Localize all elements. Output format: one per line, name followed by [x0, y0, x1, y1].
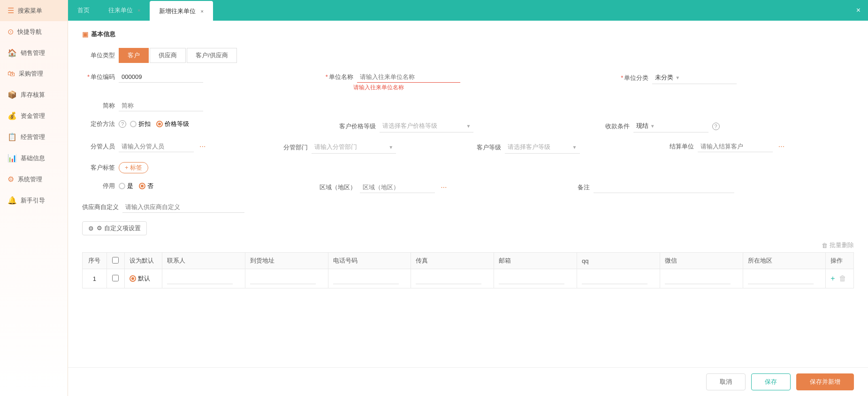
sidebar-item-operations[interactable]: 📋 经营管理 — [0, 126, 68, 148]
radio-inner-default — [131, 277, 134, 280]
sidebar-item-basic[interactable]: 📊 基础信息 — [0, 148, 68, 169]
sidebar-item-inventory[interactable]: 📦 库存核算 — [0, 84, 68, 105]
manager-input[interactable] — [119, 141, 194, 152]
radio-price-level[interactable]: 价格等级 — [156, 120, 189, 128]
radio-default[interactable]: 默认 — [129, 274, 157, 283]
row-checkbox[interactable] — [112, 275, 119, 281]
type-btn-customer[interactable]: 客户 — [119, 48, 149, 63]
settlement-more-btn[interactable]: ··· — [777, 142, 786, 151]
radio-outer-yes — [119, 183, 125, 189]
remark-input[interactable] — [594, 182, 734, 193]
system-icon: ⚙ — [8, 175, 14, 184]
custom-settings-label: ⚙ 自定义项设置 — [97, 224, 141, 233]
cancel-button[interactable]: 取消 — [706, 373, 746, 390]
sidebar-label-basic: 基础信息 — [21, 154, 45, 163]
unit-name-input[interactable] — [357, 71, 460, 83]
radio-outer-discount — [130, 121, 137, 127]
department-label: 分管部门 — [275, 143, 308, 152]
unit-category-select[interactable]: 未分类 ▼ — [652, 71, 737, 84]
unit-code-input[interactable] — [119, 71, 203, 83]
batch-delete-label[interactable]: 批量删除 — [830, 241, 854, 249]
delete-row-button[interactable]: 🗑 — [839, 274, 846, 283]
chevron-down-icon-5: ▼ — [572, 145, 577, 150]
col-email: 邮箱 — [494, 253, 577, 269]
sidebar-item-newbie[interactable]: 🔔 新手引导 — [0, 190, 68, 211]
email-input[interactable] — [499, 273, 564, 284]
radio-no[interactable]: 否 — [139, 182, 153, 190]
save-new-button[interactable]: 保存并新增 — [796, 373, 854, 390]
pricing-method-label: 定价方法 — [82, 120, 115, 128]
gear-icon: ⚙ — [88, 225, 94, 232]
footer-bar: 取消 保存 保存并新增 — [68, 367, 868, 396]
customer-price-level-field: 客户价格等级 请选择客户价格等级 ▼ — [339, 120, 596, 132]
type-btn-both[interactable]: 客户/供应商 — [187, 48, 237, 63]
fax-input[interactable] — [416, 273, 481, 284]
tab-contacts[interactable]: 往来单位 × — [99, 0, 150, 21]
contact-input[interactable] — [167, 273, 233, 284]
sidebar-item-purchase[interactable]: 🛍 采购管理 — [0, 63, 68, 84]
save-button[interactable]: 保存 — [751, 373, 791, 390]
sidebar-item-quicknav[interactable]: ⊙ 快捷导航 — [0, 21, 68, 42]
customer-price-level-placeholder: 请选择客户价格等级 — [382, 122, 464, 130]
customer-level-label: 客户等级 — [468, 143, 501, 152]
finance-icon: 💰 — [8, 111, 17, 120]
radio-no-label: 否 — [147, 182, 153, 190]
phone-input[interactable] — [333, 273, 399, 284]
section-title-text: 基本信息 — [91, 30, 115, 39]
region-table-input[interactable] — [748, 273, 814, 284]
radio-yes[interactable]: 是 — [119, 182, 133, 190]
tab-home[interactable]: 首页 — [68, 0, 99, 21]
cell-fax — [411, 269, 494, 288]
col-address: 到货地址 — [245, 253, 328, 269]
type-btn-supplier[interactable]: 供应商 — [150, 48, 186, 63]
radio-discount[interactable]: 折扣 — [130, 120, 151, 128]
qq-input[interactable] — [582, 273, 647, 284]
tab-new-contact[interactable]: 新增往来单位 × — [150, 1, 213, 22]
supplier-custom-input[interactable] — [122, 202, 244, 213]
sidebar-item-search[interactable]: ☰ 搜索菜单 — [0, 0, 68, 21]
pricing-row: 定价方法 ? 折扣 价格等级 — [82, 120, 854, 132]
add-tag-button[interactable]: + 标签 — [119, 162, 148, 173]
payment-terms-select[interactable]: 现结 ▼ — [633, 120, 708, 132]
customer-level-select[interactable]: 请选择客户等级 ▼ — [505, 141, 580, 154]
disabled-label: 停用 — [82, 182, 115, 190]
customer-price-level-label: 客户价格等级 — [339, 122, 376, 131]
section-basic-info: ▣ 基本信息 — [82, 30, 854, 39]
region-input[interactable] — [360, 182, 435, 193]
short-name-input[interactable] — [119, 100, 203, 111]
customer-price-level-select[interactable]: 请选择客户价格等级 ▼ — [380, 120, 473, 132]
address-input[interactable] — [250, 273, 316, 284]
pricing-method-field: 定价方法 ? 折扣 价格等级 — [82, 120, 339, 128]
settlement-unit-input[interactable] — [698, 141, 773, 152]
tab-new-contact-close[interactable]: × — [200, 8, 203, 14]
select-all-checkbox[interactable] — [112, 257, 119, 264]
window-close-button[interactable]: × — [849, 6, 868, 15]
sidebar-label-sales: 销售管理 — [21, 49, 45, 57]
sidebar-item-sales[interactable]: 🏠 销售管理 — [0, 42, 68, 63]
contacts-table: 序号 设为默认 联系人 到货地址 电话号码 传真 邮箱 qq 微信 所在地区 操… — [82, 252, 854, 288]
payment-terms-value: 现结 — [636, 122, 648, 130]
col-phone: 电话号码 — [328, 253, 411, 269]
unit-code-field: 单位编码 — [82, 71, 320, 83]
sidebar-item-system[interactable]: ⚙ 系统管理 — [0, 169, 68, 190]
pricing-help-icon[interactable]: ? — [119, 120, 126, 128]
cell-seq: 1 — [83, 269, 107, 288]
tab-contacts-close[interactable]: × — [137, 8, 140, 13]
chevron-down-icon-3: ▼ — [650, 124, 655, 129]
department-select[interactable]: 请输入分管部门 ▼ — [312, 141, 396, 154]
sales-icon: 🏠 — [8, 48, 17, 57]
custom-settings-button[interactable]: ⚙ ⚙ 自定义项设置 — [82, 221, 147, 235]
payment-help-icon[interactable]: ? — [712, 123, 720, 130]
col-default: 设为默认 — [125, 253, 162, 269]
radio-inner-no — [141, 185, 144, 187]
wechat-input[interactable] — [665, 273, 731, 284]
unit-name-error: 请输入往来单位名称 — [353, 84, 404, 91]
disabled-field: 停用 是 否 — [82, 182, 320, 190]
sidebar-item-finance[interactable]: 💰 资金管理 — [0, 105, 68, 126]
unit-code-label: 单位编码 — [82, 73, 115, 81]
code-name-category-row: 单位编码 单位名称 请输入往来单位名称 单位分类 未分类 — [82, 71, 854, 92]
manager-more-btn[interactable]: ··· — [198, 142, 207, 151]
add-row-button[interactable]: + — [830, 274, 835, 283]
region-more-btn[interactable]: ··· — [439, 183, 449, 192]
manager-label: 分管人员 — [82, 142, 115, 151]
